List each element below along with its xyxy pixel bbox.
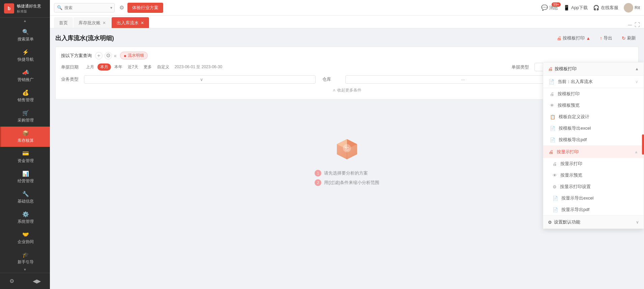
template-preview-label: 按模板预览 [558, 102, 580, 108]
online-service-label: 在线客服 [601, 5, 618, 11]
dropdown-template-excel[interactable]: 📄 按模板导出excel [543, 123, 644, 134]
topbar-gear-icon[interactable]: ⚙ [119, 4, 124, 11]
date-btn-last-month[interactable]: 上月 [84, 63, 96, 71]
sidebar-item-purchase[interactable]: 🛒 采购管理 [0, 106, 50, 127]
display-print-icon: 🖨 [553, 161, 557, 166]
sidebar-item-quick-nav[interactable]: ⚡ 快捷导航 [0, 46, 50, 66]
user-profile-button[interactable]: Rit [624, 3, 640, 12]
finance-icon: 💳 [22, 150, 29, 157]
date-btn-custom[interactable]: 自定义 [155, 63, 171, 71]
sidebar-item-inventory[interactable]: 📦 库存核算 [0, 127, 50, 147]
tab-expand-icon[interactable]: ⛶ [635, 22, 640, 28]
empty-tip-2: 2 用[过滤]条件来缩小分析范围 [315, 179, 379, 186]
sidebar-item-basic[interactable]: 🔧 基础信息 [0, 187, 50, 208]
tabs-controls: ─ ⛶ [628, 22, 640, 28]
sidebar-item-search[interactable]: 🔍 搜索菜单 [0, 25, 50, 46]
template-print-icon: 🖨 [550, 91, 554, 97]
display-settings-label: 按显示打印设置 [560, 184, 591, 190]
dropdown-display-print-settings[interactable]: ⚙ 按显示打印设置 [546, 181, 644, 192]
warehouse-select[interactable]: ··· [345, 75, 577, 84]
topbar-right: 💬 消息 99+ 📱 App下载 🎧 在线客服 Rit [541, 3, 640, 12]
current-item-label: 当前：出入库流水 [558, 79, 593, 85]
sidebar-item-sales[interactable]: 💰 销售管理 [0, 86, 50, 106]
display-excel-label: 按显示导出excel [561, 195, 593, 201]
template-excel-label: 按模板导出excel [559, 125, 591, 131]
refresh-button[interactable]: ↻ 刷新 [619, 34, 639, 43]
template-custom-label: 模板自定义设计 [559, 114, 589, 120]
svg-point-4 [343, 144, 351, 152]
search-input[interactable] [64, 5, 108, 10]
filter-collapse-icon[interactable]: « [114, 53, 117, 58]
tab-batch-account[interactable]: 库存批次账 ✕ [74, 17, 111, 28]
business-type-select[interactable]: ∨ [84, 75, 316, 84]
print-template-button[interactable]: 🖨 按模板打印 ▲ [554, 34, 593, 43]
warehouse-label: 仓库 [322, 76, 343, 82]
dropdown-display-print[interactable]: 🖨 按显示打印 [546, 158, 644, 169]
online-service-button[interactable]: 🎧 在线客服 [593, 5, 618, 11]
topbar-search-box[interactable]: 🔍 ▾ [54, 3, 115, 12]
filter-title: 按以下方案查询 [61, 53, 92, 59]
sidebar-collapse-button[interactable]: ◀▶ [31, 277, 42, 286]
export-label: 导出 [604, 35, 612, 41]
settings-icon: ⚙ [106, 52, 111, 59]
sidebar-item-label: 系统管理 [18, 219, 34, 225]
tab-home[interactable]: 首页 [54, 17, 73, 28]
page-title-bar: 出入库流水(流水明细) 🖨 按模板打印 ▲ ↑ 导出 ↻ 刷新 [55, 34, 639, 43]
sidebar-item-operations[interactable]: 📊 经营管理 [0, 167, 50, 187]
date-filter-field: 单据日期 上月 本月 本年 近7天 更多 自定义 2023-06-01 至 20… [61, 63, 505, 71]
export-button[interactable]: ↑ 导出 [597, 34, 615, 43]
filter-tag-label: 流水明细 [128, 53, 144, 58]
sidebar-item-label: 采购管理 [18, 117, 34, 123]
message-badge: 99+ [552, 2, 561, 7]
sidebar-item-marketing[interactable]: 📣 营销推广 [0, 66, 50, 86]
sidebar-item-system[interactable]: ⚙️ 系统管理 [0, 208, 50, 228]
tab-flow-close[interactable]: ✕ [141, 21, 144, 25]
sidebar-settings-button[interactable]: ⚙ [8, 277, 16, 286]
date-btn-this-month[interactable]: 本月 [97, 63, 111, 71]
dropdown-template-print[interactable]: 🖨 按模板打印 [543, 88, 644, 100]
tab-batch-account-close[interactable]: ✕ [103, 21, 106, 25]
business-type-label: 业务类型 [61, 76, 81, 82]
dropdown-current-item[interactable]: 📄 当前：出入库流水 ∨ [543, 76, 644, 88]
dropdown-display-excel[interactable]: 📄 按显示导出excel [546, 192, 644, 204]
app-download-label: App下载 [571, 5, 588, 11]
search-dropdown-arrow[interactable]: ▾ [110, 5, 112, 10]
dropdown-display-preview[interactable]: 👁 按显示预览 [546, 169, 644, 181]
sidebar-item-enterprise[interactable]: 🤝 企业协同 [0, 228, 50, 248]
page-title: 出入库流水(流水明细) [55, 34, 114, 42]
sidebar-item-guide[interactable]: 🎓 新手引导 [0, 248, 50, 266]
guide-icon: 🎓 [22, 252, 29, 258]
sidebar-item-finance[interactable]: 💳 资金管理 [0, 147, 50, 167]
purchase-icon: 🛒 [22, 110, 29, 116]
date-btn-this-year[interactable]: 本年 [112, 63, 124, 71]
date-btn-7days[interactable]: 近7天 [126, 63, 140, 71]
print-arrow-up-icon: ▲ [586, 36, 590, 41]
dropdown-template-section: 🖨 按模板打印 👁 按模板预览 📋 模板自定义设计 📄 按模板导出excel 📄 [543, 88, 644, 146]
date-range-display: 2023-06-01 至 2023-06-30 [175, 64, 222, 70]
filter-settings-button[interactable]: ⚙ [105, 52, 112, 59]
sidebar-scroll-up[interactable]: ▲ [0, 18, 50, 24]
dropdown-display-header[interactable]: 🖨 按显示打印 ▲ [543, 146, 644, 158]
business-type-arrow: ∨ [200, 77, 312, 82]
dropdown-template-preview[interactable]: 👁 按模板预览 [543, 100, 644, 111]
message-button[interactable]: 💬 消息 99+ [541, 4, 558, 11]
dropdown-template-pdf[interactable]: 📄 按模板导出pdf [543, 134, 644, 146]
svg-point-6 [347, 147, 349, 148]
app-download-button[interactable]: 📱 App下载 [563, 5, 588, 11]
dropdown-footer[interactable]: ⚙ 设置默认功能 ∨ [543, 216, 644, 229]
display-preview-label: 按显示预览 [560, 172, 582, 178]
footer-arrow: ∨ [636, 220, 639, 225]
sidebar-scroll-down[interactable]: ▼ [0, 266, 50, 273]
tab-flow[interactable]: 出入库流水 ✕ [112, 17, 149, 28]
inventory-icon: 📦 [22, 130, 29, 136]
right-scroll-handle[interactable] [642, 134, 644, 155]
tip-num-1: 1 [315, 170, 321, 177]
dropdown-header-arrow[interactable]: ▲ [635, 67, 639, 71]
filter-add-button[interactable]: + [95, 52, 103, 59]
dropdown-template-custom[interactable]: 📋 模板自定义设计 [543, 111, 644, 123]
trial-industry-button[interactable]: 体验行业方案 [127, 3, 163, 13]
tab-minimize-icon[interactable]: ─ [628, 22, 632, 28]
dropdown-display-pdf[interactable]: 📄 按显示导出pdf [546, 204, 644, 215]
dropdown-display-section: 🖨 按显示打印 ▲ 🖨 按显示打印 👁 按显示预览 ⚙ 按显示打 [543, 146, 644, 216]
date-btn-more[interactable]: 更多 [142, 63, 154, 71]
